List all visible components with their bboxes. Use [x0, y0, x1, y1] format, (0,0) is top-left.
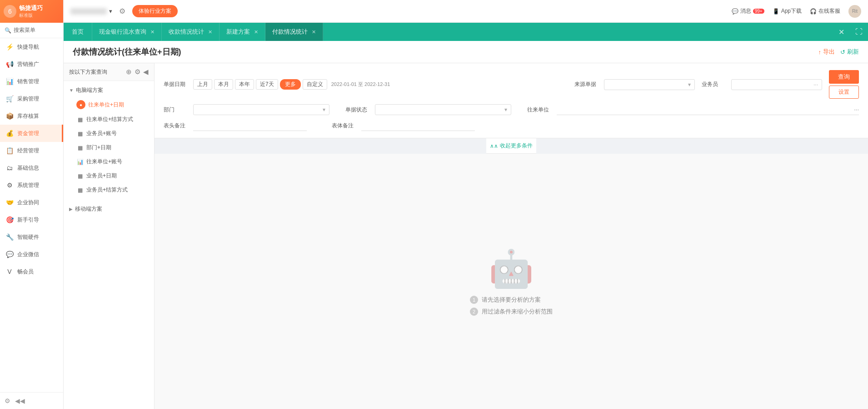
sidebar-item-label: 采购管理 — [17, 95, 39, 103]
main-area: ▾ ⚙ 体验行业方案 💬 消息 99+ 📱 App下载 🎧 在线客服 Rit — [64, 0, 868, 409]
mobile-section-arrow-icon: ▶ — [69, 207, 73, 212]
table-header-note-input[interactable] — [193, 121, 307, 131]
topbar-right: 💬 消息 99+ 📱 App下载 🎧 在线客服 Rit — [732, 5, 861, 18]
tab-new-scheme-label: 新建方案 — [226, 28, 250, 36]
scheme-item-staff-account[interactable]: ▦ 业务员+账号 — [64, 126, 154, 141]
sidebar-item-basic-info[interactable]: 🗂 基础信息 — [0, 159, 63, 177]
scheme-settings-icon[interactable]: ⚙ — [135, 68, 140, 76]
custom-btn[interactable]: 自定义 — [303, 79, 327, 90]
filter-row-3: 表头备注 表体备注 — [164, 121, 859, 131]
related-unit-label: 往来单位 — [527, 106, 550, 114]
query-btn[interactable]: 查询 — [829, 70, 859, 84]
source-doc-chevron-icon: ▾ — [688, 81, 691, 88]
scheme-item-unit-date[interactable]: ● 往来单位+日期 — [64, 97, 154, 112]
sidebar-item-label: 畅会员 — [17, 268, 34, 276]
tab-new-scheme[interactable]: 新建方案 ✕ — [219, 23, 265, 41]
scheme-item-unit-settlement[interactable]: ▦ 往来单位+结算方式 — [64, 112, 154, 126]
scheme-item-label: 往来单位+日期 — [88, 101, 124, 109]
user-avatar[interactable]: Rit — [848, 5, 861, 18]
export-btn[interactable]: ↑ 导出 — [818, 48, 835, 56]
table-body-note-input[interactable] — [361, 121, 475, 131]
scheme-item-label: 部门+日期 — [86, 144, 111, 151]
last-7days-btn[interactable]: 近7天 — [256, 79, 278, 90]
search-menu[interactable]: 🔍 搜索菜单 — [0, 23, 63, 38]
wechat-icon: 💬 — [5, 250, 14, 258]
sidebar-item-label: 企业微信 — [17, 251, 39, 258]
tab-expand-icon[interactable]: ⛶ — [850, 28, 868, 36]
tab-bank-flow-label: 现金银行流水查询 — [99, 28, 146, 36]
scheme-add-icon[interactable]: ⊕ — [126, 68, 132, 76]
app-logo-icon: 6 — [4, 5, 16, 18]
tab-receivable[interactable]: 收款情况统计 ✕ — [162, 23, 219, 41]
sidebar-item-vip[interactable]: V 畅会员 — [0, 263, 63, 280]
tab-payment-stats[interactable]: 付款情况统计 ✕ — [265, 23, 323, 41]
customer-service-btn[interactable]: 🎧 在线客服 — [810, 7, 840, 15]
tab-close-all-icon[interactable]: ✕ — [833, 28, 850, 36]
last-month-btn[interactable]: 上月 — [193, 79, 212, 90]
dept-select[interactable]: ▾ — [193, 104, 329, 115]
sidebar-item-inventory[interactable]: 📦 库存核算 — [0, 107, 63, 125]
refresh-label: 刷新 — [847, 48, 859, 56]
sidebar-item-quick-nav[interactable]: ⚡ 快捷导航 — [0, 38, 63, 56]
app-download-btn[interactable]: 📱 App下载 — [773, 7, 802, 15]
sidebar-item-marketing[interactable]: 📢 营销推广 — [0, 56, 63, 73]
sidebar-item-purchase[interactable]: 🛒 采购管理 — [0, 90, 63, 107]
sidebar-nav: ⚡ 快捷导航 📢 营销推广 📊 销售管理 🛒 采购管理 📦 库存核算 💰 资金管… — [0, 38, 63, 392]
sidebar-item-hardware[interactable]: 🔧 智能硬件 — [0, 228, 63, 246]
refresh-icon: ↺ — [840, 49, 845, 56]
company-selector[interactable]: ▾ — [70, 8, 112, 15]
scheme-item-staff-settlement[interactable]: ▦ 业务员+结算方式 — [64, 183, 154, 197]
doc-status-select[interactable]: ▾ — [375, 104, 511, 115]
trial-btn[interactable]: 体验行业方案 — [132, 5, 178, 17]
source-doc-select[interactable]: ▾ — [604, 79, 695, 90]
staff-select[interactable]: ··· — [731, 79, 822, 90]
content-area: 付款情况统计(往来单位+日期) ↑ 导出 ↺ 刷新 按以下方案查询 ⊕ — [64, 41, 868, 409]
refresh-btn[interactable]: ↺ 刷新 — [840, 48, 859, 56]
tab-bank-flow-close-icon[interactable]: ✕ — [150, 29, 155, 35]
scheme-item-staff-date[interactable]: ▦ 业务员+日期 — [64, 169, 154, 183]
current-year-btn[interactable]: 本年 — [235, 79, 254, 90]
pc-scheme-section-title[interactable]: ▼ 电脑端方案 — [64, 84, 154, 97]
scheme-item-unit-account[interactable]: 📊 往来单位+账号 — [64, 155, 154, 169]
scheme-grid-icon: ▦ — [76, 172, 84, 180]
more-btn[interactable]: 更多 — [280, 79, 301, 90]
topbar-settings-icon[interactable]: ⚙ — [119, 7, 125, 15]
sidebar-item-label: 企业协同 — [17, 199, 39, 207]
sidebar-item-finance[interactable]: 💰 资金管理 — [0, 125, 63, 142]
tab-payment-stats-label: 付款情况统计 — [272, 28, 308, 36]
tip-num-1: 1 — [470, 296, 478, 304]
sidebar-item-label: 新手引导 — [17, 216, 39, 224]
notification-label: 消息 — [740, 7, 751, 15]
marketing-icon: 📢 — [5, 60, 14, 68]
settings-btn[interactable]: 设置 — [829, 86, 859, 99]
date-buttons: 上月 本月 本年 近7天 更多 自定义 2022-01-01 至 2022-12… — [193, 79, 390, 90]
current-month-btn[interactable]: 本月 — [214, 79, 233, 90]
sidebar-item-label: 销售管理 — [17, 78, 39, 86]
sidebar-item-guide[interactable]: 🎯 新手引导 — [0, 211, 63, 228]
tab-receivable-close-icon[interactable]: ✕ — [208, 29, 212, 35]
scheme-item-dept-date[interactable]: ▦ 部门+日期 — [64, 141, 154, 155]
sidebar-item-operations[interactable]: 📋 经营管理 — [0, 142, 63, 159]
mobile-scheme-section-title[interactable]: ▶ 移动端方案 — [64, 202, 154, 216]
filter-row-1: 单据日期 上月 本月 本年 近7天 更多 自定义 2022-01-01 至 20… — [164, 70, 859, 99]
source-doc-label: 来源单据 — [574, 81, 597, 88]
sidebar-item-system[interactable]: ⚙ 系统管理 — [0, 177, 63, 194]
sidebar-item-wechat[interactable]: 💬 企业微信 — [0, 246, 63, 263]
notification-icon: 💬 — [732, 8, 738, 15]
sidebar-collapse-icon[interactable]: ◀◀ — [15, 397, 25, 404]
tab-bank-flow[interactable]: 现金银行流水查询 ✕ — [92, 23, 162, 41]
body-split: 按以下方案查询 ⊕ ⚙ ◀ ▼ 电脑端方案 ● 往来单位+日期 — [64, 63, 868, 409]
scheme-collapse-icon[interactable]: ◀ — [143, 68, 149, 76]
tab-payment-stats-close-icon[interactable]: ✕ — [312, 29, 316, 35]
export-icon: ↑ — [818, 49, 822, 56]
collapse-conditions-btn[interactable]: ∧∧ 收起更多条件 — [486, 138, 536, 154]
notification-btn[interactable]: 💬 消息 99+ — [732, 7, 764, 15]
staff-chevron-icon: ··· — [813, 81, 818, 88]
tab-home[interactable]: 首页 — [64, 23, 92, 41]
related-unit-dots[interactable]: ··· — [854, 106, 859, 113]
sidebar-item-enterprise[interactable]: 🤝 企业协同 — [0, 194, 63, 211]
tab-new-scheme-close-icon[interactable]: ✕ — [254, 29, 258, 35]
empty-state: 🤖 1 请先选择要分析的方案 2 用过滤条件来缩小分析范围 — [155, 154, 868, 409]
sidebar-settings-icon[interactable]: ⚙ — [5, 397, 10, 404]
sidebar-item-sales[interactable]: 📊 销售管理 — [0, 73, 63, 90]
